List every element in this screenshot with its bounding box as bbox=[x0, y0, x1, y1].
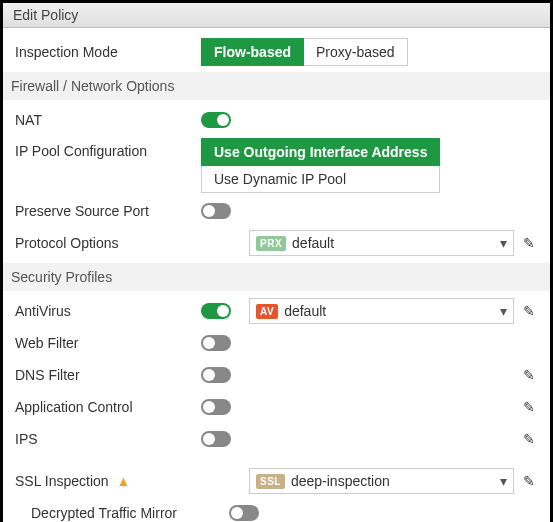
ip-pool-outgoing-option[interactable]: Use Outgoing Interface Address bbox=[201, 138, 440, 166]
row-decrypted-traffic-mirror: Decrypted Traffic Mirror bbox=[15, 497, 538, 522]
ssl-inspection-text: SSL Inspection bbox=[15, 473, 109, 489]
inspection-mode-segmented: Flow-based Proxy-based bbox=[201, 38, 408, 66]
badge-prx: PRX bbox=[256, 236, 286, 251]
inspection-mode-label: Inspection Mode bbox=[15, 44, 193, 60]
pencil-icon[interactable]: ✎ bbox=[520, 431, 538, 447]
row-ip-pool: IP Pool Configuration Use Outgoing Inter… bbox=[15, 136, 538, 195]
chevron-down-icon: ▾ bbox=[500, 235, 507, 251]
inspection-proxy-based-option[interactable]: Proxy-based bbox=[304, 38, 408, 66]
ssl-inspection-label: SSL Inspection ▲ bbox=[15, 473, 193, 489]
decrypted-traffic-mirror-label: Decrypted Traffic Mirror bbox=[31, 505, 221, 521]
pencil-icon[interactable]: ✎ bbox=[520, 367, 538, 383]
warning-icon: ▲ bbox=[117, 473, 131, 489]
protocol-options-select[interactable]: PRX default ▾ bbox=[249, 230, 514, 256]
pencil-icon[interactable]: ✎ bbox=[520, 473, 538, 489]
section-security-profiles: Security Profiles bbox=[3, 263, 550, 291]
row-ips: IPS ✎ bbox=[15, 423, 538, 455]
nat-toggle[interactable] bbox=[201, 112, 231, 128]
antivirus-toggle[interactable] bbox=[201, 303, 231, 319]
antivirus-select[interactable]: AV default ▾ bbox=[249, 298, 514, 324]
row-ssl-inspection: SSL Inspection ▲ SSL deep-inspection ▾ ✎ bbox=[15, 465, 538, 497]
pencil-icon[interactable]: ✎ bbox=[520, 235, 538, 251]
pencil-icon[interactable]: ✎ bbox=[520, 399, 538, 415]
preserve-source-port-toggle[interactable] bbox=[201, 203, 231, 219]
pencil-icon[interactable]: ✎ bbox=[520, 303, 538, 319]
ip-pool-label: IP Pool Configuration bbox=[15, 138, 193, 159]
inspection-flow-based-option[interactable]: Flow-based bbox=[201, 38, 304, 66]
section-firewall-network: Firewall / Network Options bbox=[3, 72, 550, 100]
content: Inspection Mode Flow-based Proxy-based F… bbox=[3, 28, 550, 522]
dns-filter-label: DNS Filter bbox=[15, 367, 193, 383]
row-protocol-options: Protocol Options PRX default ▾ ✎ bbox=[15, 227, 538, 259]
row-preserve-source-port: Preserve Source Port bbox=[15, 195, 538, 227]
row-web-filter: Web Filter bbox=[15, 327, 538, 359]
ips-toggle[interactable] bbox=[201, 431, 231, 447]
ip-pool-segmented: Use Outgoing Interface Address Use Dynam… bbox=[201, 138, 440, 193]
antivirus-value: default bbox=[284, 303, 326, 319]
application-control-label: Application Control bbox=[15, 399, 193, 415]
ssl-inspection-value: deep-inspection bbox=[291, 473, 390, 489]
ssl-inspection-select[interactable]: SSL deep-inspection ▾ bbox=[249, 468, 514, 494]
badge-ssl: SSL bbox=[256, 474, 285, 489]
row-nat: NAT bbox=[15, 104, 538, 136]
row-antivirus: AntiVirus AV default ▾ ✎ bbox=[15, 295, 538, 327]
row-dns-filter: DNS Filter ✎ bbox=[15, 359, 538, 391]
chevron-down-icon: ▾ bbox=[500, 303, 507, 319]
web-filter-toggle[interactable] bbox=[201, 335, 231, 351]
application-control-toggle[interactable] bbox=[201, 399, 231, 415]
dns-filter-toggle[interactable] bbox=[201, 367, 231, 383]
nat-label: NAT bbox=[15, 112, 193, 128]
badge-av: AV bbox=[256, 304, 278, 319]
decrypted-traffic-mirror-toggle[interactable] bbox=[229, 505, 259, 521]
preserve-source-port-label: Preserve Source Port bbox=[15, 203, 193, 219]
chevron-down-icon: ▾ bbox=[500, 473, 507, 489]
edit-policy-window: Edit Policy Inspection Mode Flow-based P… bbox=[0, 0, 553, 522]
ip-pool-dynamic-option[interactable]: Use Dynamic IP Pool bbox=[201, 166, 440, 193]
antivirus-label: AntiVirus bbox=[15, 303, 193, 319]
protocol-options-value: default bbox=[292, 235, 334, 251]
ips-label: IPS bbox=[15, 431, 193, 447]
window-title: Edit Policy bbox=[3, 3, 550, 28]
row-application-control: Application Control ✎ bbox=[15, 391, 538, 423]
protocol-options-label: Protocol Options bbox=[15, 235, 193, 251]
web-filter-label: Web Filter bbox=[15, 335, 193, 351]
row-inspection-mode: Inspection Mode Flow-based Proxy-based bbox=[15, 36, 538, 68]
